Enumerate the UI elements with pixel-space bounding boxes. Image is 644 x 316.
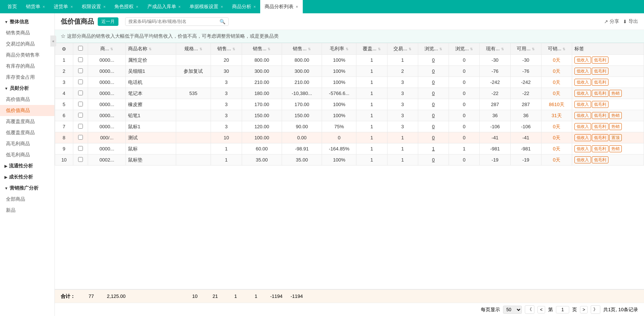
row-checkbox[interactable] <box>78 57 83 62</box>
th-available[interactable]: 可用... ⇅ <box>510 43 541 55</box>
view1-link[interactable]: 0 <box>432 57 435 63</box>
row-checkbox[interactable] <box>78 68 83 73</box>
th-sellable[interactable]: 可销... ⇅ <box>541 43 572 55</box>
cell-check[interactable] <box>73 55 88 66</box>
cell-view1[interactable]: 0 <box>418 110 449 121</box>
nav-product-in[interactable]: 产成品入库单 × <box>143 0 185 13</box>
nav-sales[interactable]: 销货单 × <box>21 0 49 13</box>
cell-check[interactable] <box>73 66 88 77</box>
nav-sales-close[interactable]: × <box>43 4 45 9</box>
view1-link[interactable]: 0 <box>432 68 435 74</box>
nav-permissions-close[interactable]: × <box>103 4 105 9</box>
nav-purchase[interactable]: 进货单 × <box>49 0 77 13</box>
nav-roles-close[interactable]: × <box>136 4 138 9</box>
cell-view1[interactable]: 0 <box>418 66 449 77</box>
view1-link[interactable]: 0 <box>432 124 435 129</box>
export-button[interactable]: ⬇ 导出 <box>623 18 638 25</box>
nav-permissions[interactable]: 权限设置 × <box>77 0 110 13</box>
th-view1[interactable]: 浏览... ⇅ <box>418 43 449 55</box>
th-current[interactable]: 现有... ⇅ <box>480 43 510 55</box>
view1-link[interactable]: 0 <box>432 113 435 118</box>
sidebar-item-低覆盖度商品[interactable]: 低覆盖度商品 <box>0 127 54 138</box>
cell-view1[interactable]: 0 <box>418 99 449 110</box>
th-spec[interactable]: 规格... ⇅ <box>176 43 211 55</box>
select-all-checkbox[interactable] <box>78 46 83 51</box>
sidebar-item-商品分类销售率[interactable]: 商品分类销售率 <box>0 50 54 61</box>
sidebar-item-库存资金占用[interactable]: 库存资金占用 <box>0 72 54 83</box>
nav-roles[interactable]: 角色授权 × <box>110 0 142 13</box>
nav-template[interactable]: 单据模板设置 × <box>185 0 227 13</box>
sidebar-section-员财分析[interactable]: ▼ 员财分析 <box>0 83 54 94</box>
search-icon[interactable]: 🔍 <box>219 19 225 24</box>
page-size-select[interactable]: 50 20 100 <box>503 306 522 314</box>
prev-page-button[interactable]: < <box>537 306 545 313</box>
th-trade[interactable]: 交易... ⇅ <box>387 43 418 55</box>
sidebar-item-高覆盖度商品[interactable]: 高覆盖度商品 <box>0 116 54 127</box>
row-checkbox[interactable] <box>78 124 83 129</box>
next-page-button[interactable]: > <box>580 306 588 313</box>
row-checkbox[interactable] <box>78 102 83 106</box>
nav-analysis-list[interactable]: 商品分析列表 × <box>260 0 302 13</box>
row-checkbox[interactable] <box>78 157 83 162</box>
sidebar-collapse-button[interactable]: « <box>50 35 56 47</box>
cell-check[interactable] <box>73 143 88 154</box>
row-checkbox[interactable] <box>78 91 83 95</box>
th-view2[interactable]: 浏览... ⇅ <box>449 43 480 55</box>
cell-check[interactable] <box>73 88 88 99</box>
share-button[interactable]: ↗ 分享 <box>604 18 619 25</box>
th-name[interactable]: 商品名称 ⇅ <box>126 43 176 55</box>
th-margin[interactable]: 毛利率 ⇅ <box>322 43 356 55</box>
th-price[interactable]: 销售... ⇅ <box>242 43 282 55</box>
th-qty[interactable]: 销售... ⇅ <box>211 43 242 55</box>
th-profit[interactable]: 销售... ⇅ <box>282 43 322 55</box>
cell-view1[interactable]: 0 <box>418 55 449 66</box>
sidebar-item-高毛利商品[interactable]: 高毛利商品 <box>0 138 54 149</box>
current-page-input[interactable] <box>556 306 569 313</box>
cell-check[interactable] <box>73 132 88 143</box>
nav-analysis[interactable]: 商品分析 × <box>228 0 260 13</box>
sidebar-item-销售类商品[interactable]: 销售类商品 <box>0 27 54 38</box>
cell-view1[interactable]: 0 <box>418 154 449 166</box>
view1-link[interactable]: 0 <box>432 157 435 163</box>
search-input[interactable] <box>128 19 218 24</box>
cell-check[interactable] <box>73 77 88 88</box>
cell-check[interactable] <box>73 110 88 121</box>
sidebar-item-交易过的商品[interactable]: 交易过的商品 <box>0 38 54 50</box>
row-checkbox[interactable] <box>78 146 83 151</box>
row-checkbox[interactable] <box>78 79 83 84</box>
cell-view1[interactable]: 0 <box>418 121 449 132</box>
sidebar-item-低毛利商品[interactable]: 低毛利商品 <box>0 149 54 160</box>
sidebar-section-营销推广分析[interactable]: ▼ 营销推广分析 <box>0 183 54 194</box>
nav-template-close[interactable]: × <box>221 4 223 9</box>
nav-product-in-close[interactable]: × <box>178 4 181 9</box>
first-page-button[interactable]: 《 <box>525 305 534 314</box>
last-page-button[interactable]: 》 <box>591 305 600 314</box>
sidebar-item-高价值商品[interactable]: 高价值商品 <box>0 94 54 105</box>
cell-check[interactable] <box>73 99 88 110</box>
nav-analysis-list-close[interactable]: × <box>296 4 298 9</box>
time-filter-button[interactable]: 近一月 <box>98 17 118 26</box>
sidebar-item-全部商品[interactable]: 全部商品 <box>0 194 54 205</box>
settings-icon[interactable]: ⚙ <box>62 46 66 52</box>
view1-link[interactable]: 0 <box>432 91 435 96</box>
sidebar-section-流通性分析[interactable]: ▶ 流通性分析 <box>0 160 54 171</box>
cell-view1[interactable]: 0 <box>418 132 449 143</box>
nav-analysis-close[interactable]: × <box>254 4 256 9</box>
row-checkbox[interactable] <box>78 113 83 118</box>
view1-link[interactable]: 0 <box>432 79 435 85</box>
cell-view1[interactable]: 0 <box>418 88 449 99</box>
sidebar-item-新品[interactable]: 新品 <box>0 205 54 216</box>
sidebar-section-整体信息[interactable]: ▼ 整体信息 <box>0 16 54 27</box>
nav-home[interactable]: 首页 <box>3 0 21 13</box>
nav-purchase-close[interactable]: × <box>70 4 73 9</box>
view1-link[interactable]: 0 <box>432 102 435 107</box>
view1-link[interactable]: 1 <box>432 146 435 152</box>
cell-check[interactable] <box>73 121 88 132</box>
sidebar-section-成长性分析[interactable]: ▶ 成长性分析 <box>0 171 54 183</box>
cell-check[interactable] <box>73 154 88 166</box>
th-code[interactable]: 商... ⇅ <box>88 43 126 55</box>
cell-view1[interactable]: 1 <box>418 143 449 154</box>
row-checkbox[interactable] <box>78 135 83 140</box>
sidebar-item-低价值商品[interactable]: 低价值商品 <box>0 105 54 116</box>
sidebar-item-有库存的商品[interactable]: 有库存的商品 <box>0 61 54 72</box>
